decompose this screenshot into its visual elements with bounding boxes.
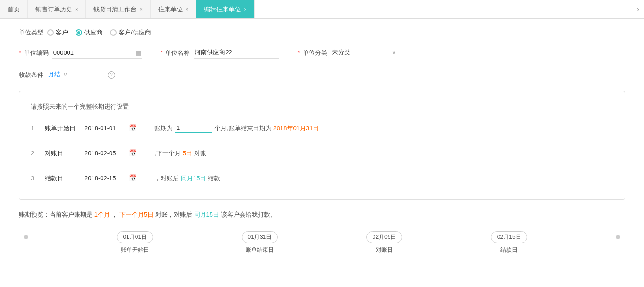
tab-edit-partner[interactable]: 编辑往来单位 ×	[196, 0, 254, 18]
tab-partner[interactable]: 往来单位 ×	[151, 0, 196, 18]
timeline-nodes-row: 01月01日 账单开始日 01月31日 账单结束日 02月05日 对账日 02月…	[24, 231, 620, 254]
row-1-desc-prefix: 账期为	[154, 124, 173, 133]
unit-code-calendar-icon[interactable]: ▦	[136, 49, 142, 56]
unit-category-dropdown[interactable]: 未分类 ∨	[331, 46, 397, 59]
row-1-label: 账单开始日	[45, 124, 83, 133]
tab-cash-work-label: 钱货日清工作台	[93, 5, 136, 14]
row-3-desc-prefix: ，对账后	[154, 174, 179, 183]
unit-name-group: * 单位名称	[161, 47, 279, 59]
unit-code-label: * 单位编码	[19, 49, 49, 57]
timeline-node-4-label: 结款日	[500, 246, 517, 254]
tab-home-label: 首页	[8, 5, 20, 14]
tab-sales-history-label: 销售订单历史	[35, 5, 72, 14]
radio-supplier[interactable]: 供应商	[76, 28, 102, 37]
radio-customer-circle	[47, 29, 54, 36]
row-2-desc: ,下一个月 5日 对账	[154, 149, 206, 158]
unit-type-label: 单位类型	[19, 28, 43, 37]
timeline-node-1: 01月01日 账单开始日	[117, 231, 153, 254]
tab-cash-work[interactable]: 钱货日清工作台 ×	[86, 0, 150, 18]
unit-category-label: * 单位分类	[297, 49, 327, 57]
row-1-calendar-icon[interactable]: 📅	[129, 124, 137, 132]
tab-home[interactable]: 首页	[0, 0, 28, 18]
unit-category-value: 未分类	[332, 48, 392, 57]
unit-category-star: *	[297, 49, 300, 56]
payment-terms-select[interactable]: 月结 ∨	[47, 68, 104, 81]
unit-name-label: * 单位名称	[161, 49, 190, 57]
row-1-num: 1	[31, 125, 45, 132]
tab-edit-partner-label: 编辑往来单位	[204, 5, 241, 14]
timeline-start-dot	[24, 235, 28, 239]
row-3-num: 3	[31, 175, 45, 182]
unit-code-input-wrap: ▦	[52, 47, 142, 59]
row-3-date-field[interactable]	[85, 175, 127, 182]
unit-code-input[interactable]	[52, 47, 134, 58]
unit-category-group: * 单位分类 未分类 ∨	[297, 46, 397, 59]
preview-suffix: 该客户会给我打款。	[221, 211, 276, 218]
setting-row-2: 2 对账日 📅 ,下一个月 5日 对账	[31, 147, 613, 159]
timeline-node-1-label: 账单开始日	[121, 246, 149, 254]
tab-arrow[interactable]: ›	[632, 0, 644, 18]
radio-supplier-circle	[76, 29, 82, 36]
preview-part3: 同月15日	[194, 211, 219, 218]
row-2-date-input: 📅	[83, 147, 149, 159]
timeline-node-2-pill: 01月31日	[242, 231, 278, 243]
payment-terms-row: 收款条件 月结 ∨ ?	[19, 68, 625, 81]
tab-edit-partner-close[interactable]: ×	[244, 7, 246, 12]
preview-comma1: ，	[111, 211, 118, 218]
row-2-desc-suffix: 对账	[194, 149, 206, 158]
timeline-end-dot	[616, 235, 620, 239]
section-title: 请按照未来的一个完整帐期进行设置	[31, 102, 613, 111]
setting-row-1: 1 账单开始日 📅 账期为 个月,账单结束日期为 2018年01月31日	[31, 122, 613, 134]
tab-bar: 首页 销售订单历史 × 钱货日清工作台 × 往来单位 × 编辑往来单位 × ›	[0, 0, 644, 19]
preview-middle: 对账，对账后	[155, 211, 192, 218]
unit-name-star: *	[161, 49, 163, 56]
preview-part1: 1个月	[94, 211, 110, 218]
radio-customer[interactable]: 客户	[47, 28, 68, 37]
preview-section: 账期预览：当前客户账期是 1个月 ， 下一个月5日 对账，对账后 同月15日 该…	[19, 209, 625, 220]
timeline-node-1-pill: 01月01日	[117, 231, 153, 243]
unit-category-chevron-icon: ∨	[392, 49, 396, 56]
preview-label: 账期预览：当前客户账期是	[19, 211, 93, 218]
row-3-calendar-icon[interactable]: 📅	[129, 174, 137, 182]
row-2-highlight: 5日	[183, 149, 192, 158]
row-1-date-field[interactable]	[85, 125, 127, 132]
radio-group: 客户 供应商 客户/供应商	[47, 28, 151, 37]
timeline-node-4-pill: 02月15日	[491, 231, 527, 243]
tab-partner-label: 往来单位	[158, 5, 183, 14]
tab-partner-close[interactable]: ×	[186, 7, 188, 12]
tab-cash-work-close[interactable]: ×	[139, 7, 142, 12]
row-2-num: 2	[31, 150, 45, 157]
row-3-highlight: 同月15日	[181, 174, 206, 183]
timeline-node-3-pill: 02月05日	[366, 231, 403, 243]
timeline-node-2: 01月31日 账单结束日	[242, 231, 278, 254]
row-2-date-field[interactable]	[85, 150, 127, 157]
unit-type-row: 单位类型 客户 供应商 客户/供应商	[19, 28, 625, 37]
unit-code-star: *	[19, 49, 21, 56]
tab-sales-history[interactable]: 销售订单历史 ×	[28, 0, 86, 18]
preview-part2: 下一个月5日	[119, 211, 153, 218]
row-2-calendar-icon[interactable]: 📅	[129, 149, 137, 157]
radio-both[interactable]: 客户/供应商	[110, 28, 151, 37]
radio-both-circle	[110, 29, 117, 36]
timeline-node-3: 02月05日 对账日	[366, 231, 403, 254]
row-1-period-input[interactable]	[175, 123, 212, 133]
radio-both-label: 客户/供应商	[119, 28, 151, 37]
row-3-desc: ，对账后 同月15日 结款	[154, 174, 220, 183]
payment-terms-help-icon[interactable]: ?	[108, 71, 115, 79]
payment-terms-label: 收款条件	[19, 71, 43, 79]
unit-type-group: 单位类型 客户 供应商 客户/供应商	[19, 28, 151, 37]
radio-customer-label: 客户	[56, 28, 68, 37]
tab-sales-history-close[interactable]: ×	[75, 7, 78, 12]
unit-name-input[interactable]	[194, 47, 279, 59]
timeline-container: 01月01日 账单开始日 01月31日 账单结束日 02月05日 对账日 02月…	[19, 231, 625, 254]
row-3-label: 结款日	[45, 174, 83, 183]
timeline-end-circle	[616, 235, 620, 239]
setting-row-3: 3 结款日 📅 ，对账后 同月15日 结款	[31, 172, 613, 184]
timeline-node-3-label: 对账日	[376, 246, 393, 254]
payment-terms-chevron-icon: ∨	[63, 71, 68, 78]
row-2-desc-prefix: ,下一个月	[154, 149, 181, 158]
radio-supplier-label: 供应商	[84, 28, 102, 37]
payment-terms-group: 收款条件 月结 ∨ ?	[19, 68, 115, 81]
timeline-start-circle	[24, 235, 28, 239]
row-1-desc: 账期为 个月,账单结束日期为 2018年01月31日	[154, 123, 319, 133]
